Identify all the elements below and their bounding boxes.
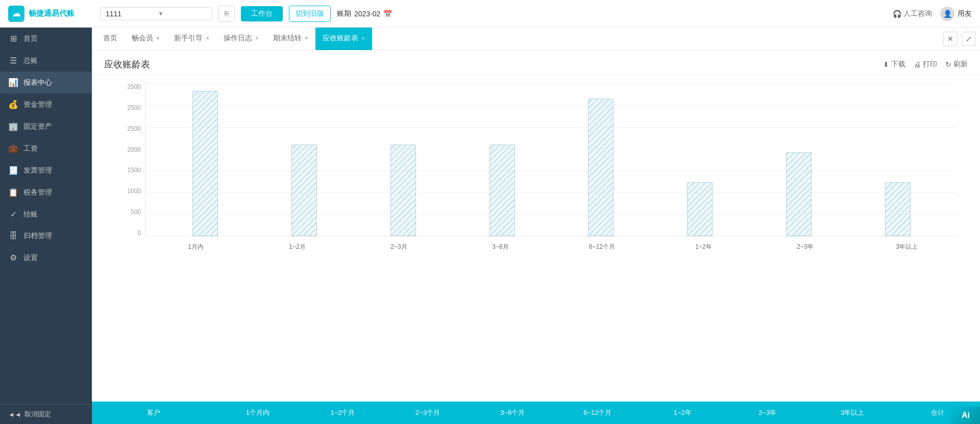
period-label: 账期 [337, 9, 351, 18]
calendar-icon[interactable]: 📅 [383, 10, 392, 18]
consult-button[interactable]: 🎧 人工咨询 [893, 9, 932, 18]
x-axis-label: 1~2月 [247, 237, 348, 257]
page-actions: ⬇ 下载 🖨 打印 ↻ 刷新 [883, 60, 968, 69]
sidebar-item-home[interactable]: ⊞ 首页 [0, 28, 92, 50]
bar-group [156, 83, 255, 236]
refresh-button[interactable]: ↻ 刷新 [945, 60, 968, 69]
x-axis-label: 1~2年 [653, 237, 754, 257]
table-header-3年以上: 3年以上 [810, 408, 895, 417]
sidebar-item-invoice[interactable]: 🧾 发票管理 [0, 159, 92, 181]
headset-icon: 🎧 [893, 10, 901, 18]
y-axis-label: 1000 [127, 187, 145, 195]
y-axis: 2500250025002000150010005000 [125, 83, 145, 237]
refresh-label: 刷新 [953, 60, 968, 69]
tab-close-icon[interactable]: × [156, 35, 160, 42]
x-axis-label: 3年以上 [856, 237, 958, 257]
page-title: 应收账龄表 [104, 58, 150, 70]
chart-bar[interactable] [786, 152, 812, 236]
user-area[interactable]: 👤 用友 [940, 7, 972, 21]
chart-bar[interactable] [588, 99, 614, 236]
period-value: 2023-02 [354, 10, 380, 18]
tab-home[interactable]: 首页 [96, 28, 125, 50]
bar-group [354, 83, 453, 236]
tab-label: 畅会员 [132, 34, 153, 43]
sidebar-item-archive[interactable]: 🗄 归档管理 [0, 225, 92, 247]
chart-bar[interactable] [687, 182, 713, 236]
tab-label: 操作日志 [224, 34, 252, 43]
copy-button[interactable]: ⎘ [218, 6, 235, 22]
chart-bar[interactable] [489, 145, 515, 236]
table-header-1个月内: 1个月内 [215, 408, 300, 417]
tab-oplog[interactable]: 操作日志× [216, 28, 266, 50]
home-icon: ⊞ [8, 34, 18, 43]
chart-bar[interactable] [192, 91, 218, 236]
chart-container: 2500250025002000150010005000 [92, 75, 980, 402]
chart-bar[interactable] [390, 145, 416, 236]
sidebar-item-assets[interactable]: 🏢 固定资产 [0, 115, 92, 137]
avatar: 👤 [940, 7, 954, 21]
tab-label: 应收账龄表 [323, 34, 358, 43]
tab-label: 首页 [103, 34, 117, 43]
sidebar-item-settings[interactable]: ⚙ 设置 [0, 247, 92, 269]
tab-guide[interactable]: 新手引导× [167, 28, 216, 50]
ai-badge[interactable]: Ai [951, 407, 980, 424]
sidebar-item-checkout[interactable]: ✓ 结账 [0, 203, 92, 225]
content-area: 首页畅会员×新手引导×操作日志×期末结转×应收账龄表× ✕ ⤢ 应收账龄表 ⬇ … [92, 28, 980, 424]
tab-close-icon[interactable]: × [361, 35, 365, 42]
header-center: 1111 ▼ ⎘ 工作台 切到旧版 账期 2023-02 📅 [100, 6, 893, 22]
bar-group [255, 83, 354, 236]
print-icon: 🖨 [914, 60, 921, 68]
tabs-actions: ✕ ⤢ [943, 32, 976, 46]
download-button[interactable]: ⬇ 下载 [883, 60, 905, 69]
x-axis-label: 2~3年 [754, 237, 856, 257]
sidebar-item-label: 工资 [23, 144, 38, 153]
tab-close-icon[interactable]: × [255, 35, 259, 42]
archive-icon: 🗄 [8, 231, 18, 241]
copy-icon: ⎘ [225, 10, 229, 17]
sidebar-item-reports[interactable]: 📊 报表中心 [0, 72, 92, 93]
expand-tab-button[interactable]: ⤢ [962, 32, 976, 46]
tab-close-icon[interactable]: × [206, 35, 209, 42]
y-axis-label: 1500 [127, 167, 145, 174]
y-axis-label: 2500 [127, 83, 145, 90]
consult-label: 人工咨询 [903, 9, 932, 18]
settings-icon: ⚙ [8, 253, 18, 263]
sidebar-item-ledger[interactable]: ☰ 总账 [0, 50, 92, 72]
sidebar-item-label: 总账 [23, 56, 38, 65]
reports-icon: 📊 [8, 78, 18, 87]
version-toggle-button[interactable]: 切到旧版 [289, 6, 331, 22]
sidebar-item-tax[interactable]: 📋 税务管理 [0, 181, 92, 203]
sidebar-item-label: 资金管理 [23, 100, 52, 109]
app-header: ☁ 畅捷通易代账 1111 ▼ ⎘ 工作台 切到旧版 账期 2023-02 📅 … [0, 0, 980, 28]
x-axis-label: 6~12个月 [551, 237, 653, 257]
bar-group [749, 83, 848, 236]
x-axis: 1月内1~2月2~3月3~6月6~12个月1~2年2~3年3年以上 [145, 237, 958, 257]
sidebar-item-label: 设置 [23, 253, 38, 263]
table-header: 客户1个月内1~2个月2~3个月3~6个月6~12个月1~2年2~3年3年以上合… [92, 402, 980, 424]
chart-bar[interactable] [885, 182, 911, 236]
chart-wrapper: 2500250025002000150010005000 [104, 83, 968, 257]
tabs-bar: 首页畅会员×新手引导×操作日志×期末结转×应收账龄表× ✕ ⤢ [92, 28, 980, 50]
tab-member[interactable]: 畅会员× [125, 28, 167, 50]
bar-group [650, 83, 749, 236]
close-tab-button[interactable]: ✕ [943, 32, 958, 46]
tab-close-icon[interactable]: × [305, 35, 308, 42]
sidebar-item-payroll[interactable]: 💼 工资 [0, 137, 92, 159]
sidebar-item-label: 归档管理 [23, 231, 52, 241]
main-layout: ⊞ 首页 ☰ 总账 📊 报表中心 💰 资金管理 🏢 固定资产 💼 工资 🧾 发票… [0, 28, 980, 424]
print-button[interactable]: 🖨 打印 [914, 60, 937, 69]
tab-period_end[interactable]: 期末结转× [266, 28, 315, 50]
sidebar-item-funds[interactable]: 💰 资金管理 [0, 93, 92, 115]
tab-ar_aging[interactable]: 应收账龄表× [315, 28, 372, 50]
bar-group [552, 83, 651, 236]
y-axis-label: 2000 [127, 146, 145, 153]
chart-bar[interactable] [291, 145, 317, 236]
tab-label: 新手引导 [174, 34, 203, 43]
sidebar-item-label: 发票管理 [23, 166, 52, 175]
header-right: 🎧 人工咨询 👤 用友 [893, 7, 972, 21]
workbench-button[interactable]: 工作台 [241, 6, 283, 21]
x-axis-label: 1月内 [145, 237, 247, 257]
sidebar-pin-toggle[interactable]: ◄◄ 取消固定 [0, 404, 92, 424]
company-selector[interactable]: 1111 ▼ [100, 7, 212, 20]
sidebar-item-label: 首页 [23, 34, 38, 43]
